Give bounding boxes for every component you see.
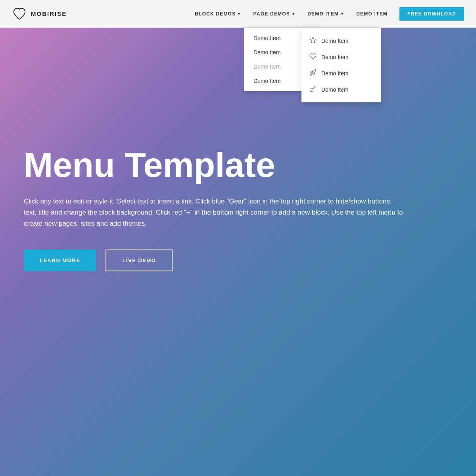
free-download-button[interactable]: FREE DOWNLOAD [399, 7, 464, 21]
nav-item-demo-item-1[interactable]: DEMO ITEM ▾ [303, 8, 348, 20]
submenu-item-1[interactable]: Demo Item [301, 33, 381, 49]
submenu-item-1-label: Demo Item [321, 38, 348, 44]
chevron-down-icon: ▾ [292, 12, 295, 16]
submenu-item-2-label: Demo Item [321, 54, 348, 60]
svg-point-1 [310, 88, 313, 92]
block-demos-label: BLOCK DEMOS [195, 11, 236, 17]
submenu-item-4[interactable]: Demo Item [301, 81, 381, 98]
dropdown-item-2-label: Demo Item [253, 49, 280, 56]
heart-icon [309, 53, 317, 61]
nav-menu: BLOCK DEMOS ▾ PAGE DEMOS ▾ DEMO ITEM ▾ D… [190, 7, 464, 21]
nav-item-demo-item-2[interactable]: DEMO ITEM [351, 8, 392, 20]
heart-logo-icon [12, 6, 27, 21]
page-demos-label: PAGE DEMOS [253, 11, 290, 17]
hero-section: Menu Template Click any text to edit or … [0, 28, 476, 476]
submenu-item-4-label: Demo Item [321, 86, 348, 93]
key-icon [309, 85, 317, 94]
nav-item-block-demos[interactable]: BLOCK DEMOS ▾ [190, 8, 245, 20]
brand[interactable]: MOBIRISE [12, 6, 67, 21]
dropdown-item-4-label: Demo Item [253, 78, 280, 84]
nav-item-page-demos[interactable]: PAGE DEMOS ▾ [249, 8, 300, 20]
submenu: Demo Item Demo Item Demo Item [301, 28, 381, 102]
rocket-icon [309, 69, 317, 77]
hero-description: Click any text to edit or style it. Sele… [24, 196, 405, 229]
dropdown-item-1-label: Demo Item [253, 35, 280, 41]
brand-name: MOBIRISE [31, 10, 67, 17]
chevron-down-icon: ▾ [341, 12, 344, 16]
submenu-item-3-label: Demo Item [321, 70, 348, 77]
live-demo-button[interactable]: LIVE DEMO [106, 250, 173, 271]
chevron-down-icon: ▾ [238, 12, 240, 16]
submenu-item-2[interactable]: Demo Item [301, 49, 381, 65]
hero-title: Menu Template [24, 147, 301, 183]
dropdown-item-3-label: Demo Item [253, 63, 280, 70]
learn-more-button[interactable]: LEARN MORE [24, 250, 96, 271]
demo-item-1-label: DEMO ITEM [307, 11, 339, 17]
svg-marker-0 [310, 37, 316, 43]
navbar: MOBIRISE BLOCK DEMOS ▾ PAGE DEMOS ▾ DEMO… [0, 0, 476, 28]
star-icon [309, 36, 317, 45]
submenu-item-3[interactable]: Demo Item [301, 65, 381, 81]
demo-item-2-label: DEMO ITEM [356, 11, 388, 17]
hero-buttons: LEARN MORE LIVE DEMO [24, 250, 452, 271]
